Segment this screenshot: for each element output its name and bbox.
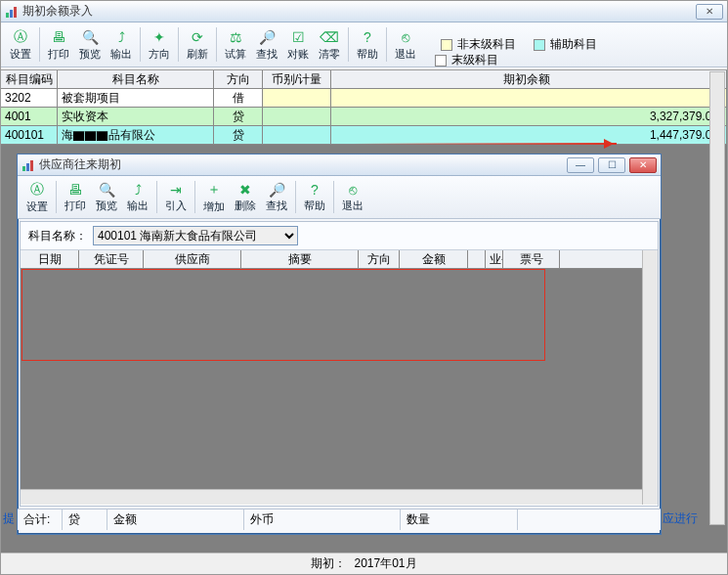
swatch-leaf bbox=[435, 55, 447, 66]
swatch-nonleaf bbox=[441, 39, 452, 51]
输出-icon: ⤴ bbox=[112, 28, 130, 46]
footer-sum: 合计: bbox=[18, 509, 63, 530]
main-grid-header: 科目编码 科目名称 方向 币别/计量 期初余额 bbox=[1, 70, 727, 89]
试算-icon: ⚖ bbox=[227, 28, 244, 46]
刷新-icon: ⟳ bbox=[189, 28, 206, 46]
查找-icon: 🔎 bbox=[258, 28, 276, 46]
tb-打印[interactable]: 🖶打印 bbox=[60, 178, 91, 216]
child-toolbar: Ⓐ设置🖶打印🔍预览⤴输出⇥引入＋增加✖删除🔎查找?帮助⎋退出 bbox=[18, 176, 661, 219]
tb-删除[interactable]: ✖删除 bbox=[230, 178, 261, 216]
设置-icon: Ⓐ bbox=[28, 181, 46, 199]
tb-设置[interactable]: Ⓐ设置 bbox=[5, 24, 36, 65]
帮助-icon: ? bbox=[306, 181, 323, 198]
main-title: 期初余额录入 bbox=[22, 3, 692, 20]
child-grid-header: 日期凭证号供应商摘要方向金额业务员票号 bbox=[21, 250, 658, 269]
status-period-label: 期初： bbox=[311, 555, 346, 572]
col-code[interactable]: 科目编码 bbox=[1, 70, 58, 88]
child-col-4[interactable]: 方向 bbox=[359, 250, 400, 268]
查找-icon: 🔎 bbox=[268, 181, 285, 198]
annotation-arrow bbox=[353, 143, 617, 145]
tb-帮助[interactable]: ?帮助 bbox=[352, 24, 383, 65]
app-icon bbox=[5, 5, 19, 19]
tb-输出[interactable]: ⤴输出 bbox=[122, 178, 153, 216]
child-col-2[interactable]: 供应商 bbox=[144, 250, 241, 268]
tb-方向[interactable]: ✦方向 bbox=[144, 24, 175, 65]
tb-帮助[interactable]: ?帮助 bbox=[299, 178, 330, 216]
child-col-7[interactable]: 票号 bbox=[503, 250, 560, 268]
tb-预览[interactable]: 🔍预览 bbox=[91, 178, 122, 216]
设置-icon: Ⓐ bbox=[12, 28, 29, 46]
svg-rect-3 bbox=[22, 166, 25, 171]
child-col-3[interactable]: 摘要 bbox=[241, 250, 359, 268]
child-max-button[interactable]: ☐ bbox=[598, 157, 625, 173]
col-cur[interactable]: 币别/计量 bbox=[263, 70, 331, 88]
tb-退出[interactable]: ⎋退出 bbox=[390, 24, 421, 65]
svg-rect-1 bbox=[10, 10, 13, 18]
svg-rect-5 bbox=[30, 160, 33, 171]
删除-icon: ✖ bbox=[236, 181, 254, 198]
left-hint: 提 bbox=[3, 510, 15, 527]
legend-leaf: 末级科目 bbox=[451, 52, 498, 68]
帮助-icon: ? bbox=[359, 28, 376, 46]
tb-引入[interactable]: ⇥引入 bbox=[160, 178, 192, 216]
child-title: 供应商往来期初 bbox=[39, 156, 563, 173]
child-hscroll[interactable] bbox=[21, 489, 642, 505]
tb-打印[interactable]: 🖶打印 bbox=[43, 24, 74, 65]
footer-qty: 数量 bbox=[401, 509, 518, 530]
tb-退出[interactable]: ⎋退出 bbox=[337, 178, 368, 216]
tb-查找[interactable]: 🔎查找 bbox=[251, 24, 282, 65]
tb-设置[interactable]: Ⓐ设置 bbox=[21, 178, 53, 216]
status-period: 2017年01月 bbox=[354, 555, 416, 572]
清零-icon: ⌫ bbox=[321, 28, 338, 46]
svg-rect-0 bbox=[6, 13, 9, 18]
child-col-0[interactable]: 日期 bbox=[21, 250, 79, 268]
main-close-button[interactable]: ✕ bbox=[696, 4, 723, 20]
tb-试算[interactable]: ⚖试算 bbox=[220, 24, 251, 65]
tb-刷新[interactable]: ⟳刷新 bbox=[182, 24, 213, 65]
对账-icon: ☑ bbox=[289, 28, 307, 46]
table-row[interactable]: 3202被套期项目借 bbox=[1, 89, 727, 108]
km-label: 科目名称： bbox=[28, 228, 87, 244]
退出-icon: ⎋ bbox=[397, 28, 414, 46]
tb-增加[interactable]: ＋增加 bbox=[198, 178, 230, 216]
col-dir[interactable]: 方向 bbox=[214, 70, 263, 88]
main-toolbar: Ⓐ设置🖶打印🔍预览⤴输出✦方向⟳刷新⚖试算🔎查找☑对账⌫清零?帮助⎋退出 非末级… bbox=[1, 22, 727, 67]
tb-查找[interactable]: 🔎查找 bbox=[261, 178, 292, 216]
footer-dir: 贷 bbox=[63, 509, 107, 530]
预览-icon: 🔍 bbox=[81, 28, 99, 46]
tb-对账[interactable]: ☑对账 bbox=[282, 24, 314, 65]
tb-输出[interactable]: ⤴输出 bbox=[106, 24, 137, 65]
col-bal[interactable]: 期初余额 bbox=[331, 70, 727, 88]
table-row[interactable]: 4001实收资本贷3,327,379.00 bbox=[1, 108, 727, 126]
col-name[interactable]: 科目名称 bbox=[58, 70, 214, 88]
child-titlebar[interactable]: 供应商往来期初 ― ☐ ✕ bbox=[18, 155, 661, 176]
child-min-button[interactable]: ― bbox=[567, 157, 594, 173]
swatch-aux bbox=[534, 39, 545, 51]
输出-icon: ⤴ bbox=[129, 181, 147, 198]
footer-amt: 金额 bbox=[107, 509, 244, 530]
main-titlebar: 期初余额录入 ✕ bbox=[1, 1, 727, 22]
退出-icon: ⎋ bbox=[344, 181, 362, 198]
km-select[interactable]: 400101 海南新大食品有限公司 bbox=[93, 226, 298, 245]
legend: 非末级科目 辅助科目 末级科目 bbox=[421, 24, 597, 65]
footer-fc: 外币 bbox=[244, 509, 401, 530]
tb-清零[interactable]: ⌫清零 bbox=[314, 24, 345, 65]
right-link[interactable]: 应进行 bbox=[663, 510, 698, 527]
km-row: 科目名称： 400101 海南新大食品有限公司 bbox=[21, 222, 658, 250]
child-footer: 合计: 贷 金额 外币 数量 bbox=[18, 509, 661, 530]
annotation-redbox bbox=[21, 269, 545, 361]
child-col-6[interactable]: 业务员 bbox=[486, 250, 503, 268]
child-vscroll[interactable] bbox=[642, 250, 658, 505]
child-window: 供应商往来期初 ― ☐ ✕ Ⓐ设置🖶打印🔍预览⤴输出⇥引入＋增加✖删除🔎查找?帮… bbox=[17, 154, 662, 535]
child-close-button[interactable]: ✕ bbox=[629, 157, 657, 173]
child-grid: 日期凭证号供应商摘要方向金额业务员票号 bbox=[21, 250, 658, 505]
legend-nonleaf: 非末级科目 bbox=[457, 36, 516, 53]
statusbar: 期初： 2017年01月 bbox=[1, 553, 727, 574]
legend-aux: 辅助科目 bbox=[550, 36, 597, 53]
引入-icon: ⇥ bbox=[167, 181, 185, 198]
main-vscroll[interactable] bbox=[709, 71, 725, 525]
child-col-5[interactable]: 金额 bbox=[400, 250, 468, 268]
tb-预览[interactable]: 🔍预览 bbox=[74, 24, 106, 65]
打印-icon: 🖶 bbox=[66, 181, 84, 198]
child-col-1[interactable]: 凭证号 bbox=[79, 250, 144, 268]
